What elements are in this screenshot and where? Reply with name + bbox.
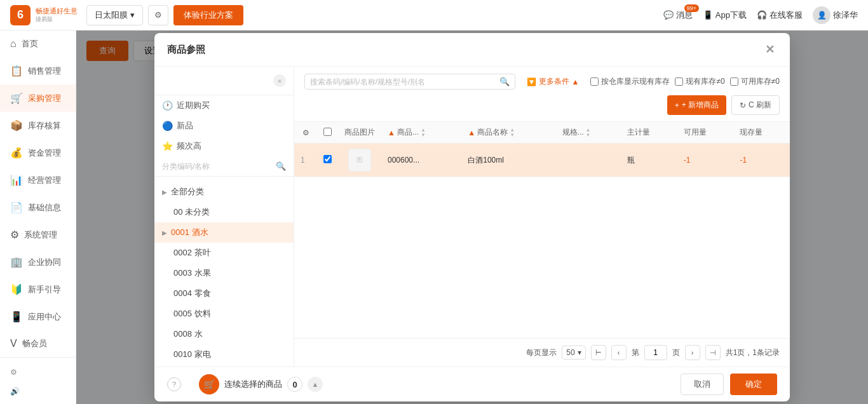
first-page-button[interactable]: ⊢ xyxy=(591,345,606,360)
search-icon[interactable]: 🔍 xyxy=(499,77,510,86)
quick-item-frequent[interactable]: ⭐ 频次高 xyxy=(154,136,294,156)
sidebar-item-sales[interactable]: 📋 销售管理 xyxy=(0,57,76,84)
cart-label: 连续选择的商品 xyxy=(224,379,282,390)
warehouse-checkbox[interactable] xyxy=(590,77,599,86)
help-icon[interactable]: ? xyxy=(167,377,181,391)
logo-area: 6 畅捷通好生意 捷易版 xyxy=(10,5,86,25)
stock-nonzero-checkbox-label[interactable]: 现有库存≠0 xyxy=(675,76,724,87)
sidebar-item-inventory[interactable]: 📦 库存核算 xyxy=(0,112,76,139)
filter-button[interactable]: 🔽 更多条件 ▲ xyxy=(520,73,586,90)
filter-label: 更多条件 xyxy=(539,76,569,87)
unit-col-label: 主计量 xyxy=(627,127,650,138)
product-table-wrap: ⚙ 商品图片 xyxy=(294,122,790,338)
refresh-product-button[interactable]: ↻ C 刷新 xyxy=(731,95,780,115)
category-search: 🔍 xyxy=(154,156,294,177)
sidebar-label-system: 系统管理 xyxy=(24,229,57,241)
spec-column-header[interactable]: 规格... ▲▼ xyxy=(556,122,621,144)
quick-item-new[interactable]: 🔵 新品 xyxy=(154,116,294,136)
name-column-header[interactable]: ▲ 商品名称 ▲▼ xyxy=(461,122,555,144)
sidebar-item-home[interactable]: ⌂ 首页 xyxy=(0,30,76,57)
cat-label-0002: 0002 茶叶 xyxy=(173,247,211,259)
app-download-item[interactable]: 📱 App下载 xyxy=(703,10,747,21)
close-icon[interactable]: ✕ xyxy=(762,42,777,57)
select-all-checkbox[interactable] xyxy=(323,128,332,136)
row-spec xyxy=(556,144,621,177)
category-item-0001[interactable]: ▶0001 酒水 xyxy=(154,222,294,243)
cat-arrow-0001: ▶ xyxy=(162,229,167,236)
total-info: 共1页，1条记录 xyxy=(726,347,780,358)
spec-col-label: 规格... xyxy=(562,127,584,138)
refresh-label: C 刷新 xyxy=(749,100,771,111)
category-search-icon[interactable]: 🔍 xyxy=(276,161,286,171)
sort-icon: ▲ xyxy=(388,128,395,137)
operation-icon: 📊 xyxy=(10,174,23,186)
page-size-select[interactable]: 50 ▾ xyxy=(562,346,585,360)
table-row[interactable]: 1 图 000600... 白酒100ml 瓶 -1 -1 xyxy=(294,144,790,177)
product-search-input[interactable] xyxy=(310,77,497,86)
search-input-wrap: 🔍 xyxy=(304,74,515,90)
sidebar-item-guide[interactable]: 🔰 新手引导 xyxy=(0,276,76,303)
experience-button[interactable]: 体验行业方案 xyxy=(173,5,243,25)
code-column-header[interactable]: ▲ 商品... ▲▼ xyxy=(381,122,461,144)
sidebar-settings-icon[interactable]: ⚙ xyxy=(0,363,76,382)
product-modal: 商品参照 ✕ « 🕐 近期购买 🔵 新品 ⭐ 频次高 xyxy=(154,33,790,401)
store-dropdown[interactable]: 日太阳膜 ▾ xyxy=(86,5,143,25)
row-checkbox[interactable] xyxy=(323,155,332,163)
collapse-left-icon[interactable]: « xyxy=(273,74,286,87)
prev-page-button[interactable]: ‹ xyxy=(611,345,627,360)
usable-nonzero-checkbox-label[interactable]: 可用库存≠0 xyxy=(730,76,780,87)
cart-collapse-icon[interactable]: ▲ xyxy=(308,377,323,392)
sidebar-volume-icon[interactable]: 🔊 xyxy=(0,382,76,401)
sidebar-item-operation[interactable]: 📊 经营管理 xyxy=(0,166,76,194)
service-item[interactable]: 🎧 在线客服 xyxy=(757,10,803,21)
username: 徐泽华 xyxy=(833,10,858,21)
stock-nonzero-checkbox[interactable] xyxy=(675,77,683,86)
sidebar-label-guide: 新手引导 xyxy=(28,284,61,295)
sidebar-item-enterprise[interactable]: 🏢 企业协同 xyxy=(0,248,76,276)
add-icon: + xyxy=(675,101,679,110)
category-search-input[interactable] xyxy=(162,162,272,171)
sidebar-label-finance: 资金管理 xyxy=(28,147,61,159)
page-label: 第 xyxy=(632,347,639,358)
messages-item[interactable]: 💬 消息 99+ xyxy=(663,10,693,21)
cancel-button[interactable]: 取消 xyxy=(681,374,724,395)
table-header: ⚙ 商品图片 xyxy=(294,122,790,144)
page-number-input[interactable] xyxy=(644,345,667,360)
checkbox-column-header xyxy=(317,122,338,144)
sidebar-item-finance[interactable]: 💰 资金管理 xyxy=(0,139,76,166)
user-item[interactable]: 👤 徐泽华 xyxy=(813,6,858,24)
confirm-button[interactable]: 确定 xyxy=(730,374,777,395)
modal-body: « 🕐 近期购买 🔵 新品 ⭐ 频次高 🔍 ▶全部分类00 未分类▶0001 酒… xyxy=(154,67,790,367)
category-tree: ▶全部分类00 未分类▶0001 酒水0002 茶叶0003 水果0004 零食… xyxy=(154,177,294,367)
dropdown-arrow-icon: ▾ xyxy=(130,10,135,20)
category-item-0008[interactable]: 0008 水 xyxy=(154,324,294,344)
add-product-button[interactable]: + + 新增商品 xyxy=(667,95,726,115)
gear-column-header[interactable]: ⚙ xyxy=(294,122,317,144)
usable-column-header[interactable]: 可用量 xyxy=(677,122,734,144)
nav-center: 日太阳膜 ▾ ⚙ 体验行业方案 xyxy=(86,5,663,25)
category-item-0002[interactable]: 0002 茶叶 xyxy=(154,243,294,263)
cat-label-0010: 0010 家电 xyxy=(173,349,211,360)
sidebar-item-appcenter[interactable]: 📱 应用中心 xyxy=(0,303,76,330)
usable-nonzero-checkbox[interactable] xyxy=(730,77,738,86)
category-item-all[interactable]: ▶全部分类 xyxy=(154,182,294,202)
stock-column-header[interactable]: 现存量 xyxy=(733,122,790,144)
category-item-0003[interactable]: 0003 水果 xyxy=(154,263,294,283)
warehouse-checkbox-label[interactable]: 按仓库显示现有库存 xyxy=(590,76,670,87)
quick-item-recent[interactable]: 🕐 近期购买 xyxy=(154,95,294,116)
settings-icon[interactable]: ⚙ xyxy=(148,5,168,25)
sidebar-item-system[interactable]: ⚙ 系统管理 xyxy=(0,221,76,248)
base-icon: 📄 xyxy=(10,201,23,213)
category-item-00[interactable]: 00 未分类 xyxy=(154,202,294,222)
next-page-button[interactable]: › xyxy=(685,345,700,360)
row-checkbox-cell[interactable] xyxy=(317,144,338,177)
sidebar-item-purchase[interactable]: 🛒 采购管理 xyxy=(0,84,76,112)
img-column-header: 商品图片 xyxy=(338,122,381,144)
sidebar-item-base[interactable]: 📄 基础信息 xyxy=(0,194,76,221)
last-page-button[interactable]: ⊣ xyxy=(705,345,721,360)
category-item-0010[interactable]: 0010 家电 xyxy=(154,344,294,365)
unit-column-header[interactable]: 主计量 xyxy=(621,122,677,144)
sidebar-item-member[interactable]: V 畅会员 xyxy=(0,330,76,357)
category-item-0005[interactable]: 0005 饮料 xyxy=(154,304,294,324)
category-item-0004[interactable]: 0004 零食 xyxy=(154,283,294,304)
